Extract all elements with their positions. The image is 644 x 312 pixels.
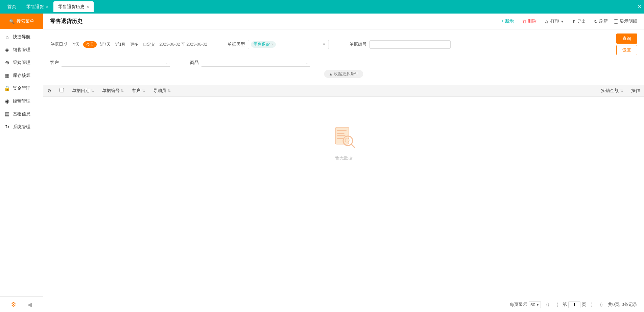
settings-col-icon[interactable]: ⚙ xyxy=(47,88,51,93)
sidebar-item-sales-mgmt[interactable]: ◈ 销售管理 xyxy=(0,43,43,56)
delete-button[interactable]: 🗑 删除 xyxy=(520,17,539,26)
page-input[interactable] xyxy=(568,301,580,308)
page-last-button[interactable]: ⟩⟩ xyxy=(597,300,605,309)
top-bar: 首页 零售退货 × 零售退货历史 × × xyxy=(0,0,644,14)
tab-home[interactable]: 首页 xyxy=(3,1,21,12)
page-size-select: 每页显示 50 ▼ xyxy=(510,301,541,308)
svg-rect-1 xyxy=(337,130,347,131)
voucher-input[interactable] xyxy=(369,40,451,49)
col-actions-label: 操作 xyxy=(631,88,640,93)
col-amount-sort-icon[interactable]: ⇅ xyxy=(620,89,623,93)
query-button[interactable]: 查询 xyxy=(616,34,637,44)
goods-filter-label: 商品 xyxy=(190,60,199,66)
refresh-button-label: 刷新 xyxy=(599,18,608,24)
type-select-arrow: ▼ xyxy=(322,42,326,46)
export-icon: ⬆ xyxy=(572,19,576,24)
sidebar-item-quick-nav[interactable]: ⌂ 快捷导航 xyxy=(0,30,43,43)
type-filter: 单据类型 零售退货 × ▼ xyxy=(228,40,329,49)
empty-icon xyxy=(330,124,357,151)
type-tag: 零售退货 × xyxy=(251,41,276,48)
col-guide-label: 导购员 xyxy=(153,88,166,93)
tab-retail-return-history[interactable]: 零售退货历史 × xyxy=(53,1,93,12)
page-size-box[interactable]: 50 ▼ xyxy=(529,301,541,308)
collapse-icon: ▲ xyxy=(329,72,333,76)
page-next-button[interactable]: ⟩ xyxy=(588,300,596,309)
settings-button[interactable]: 设置 xyxy=(616,45,637,55)
date-btn-today[interactable]: 今天 xyxy=(83,41,97,48)
col-voucher-sort-icon[interactable]: ⇅ xyxy=(121,89,124,93)
col-customer-label: 客户 xyxy=(132,88,141,93)
sidebar-item-inventory-label: 库存核算 xyxy=(13,72,30,79)
type-filter-label: 单据类型 xyxy=(228,41,245,47)
delete-button-label: 删除 xyxy=(528,18,536,24)
sidebar-item-sales-mgmt-label: 销售管理 xyxy=(13,47,30,53)
customer-placeholder: ... xyxy=(166,60,170,65)
type-select[interactable]: 零售退货 × ▼ xyxy=(248,40,329,49)
sidebar-item-purchase-mgmt[interactable]: ⊕ 采购管理 xyxy=(0,56,43,69)
sidebar: 🔍 搜索菜单 ⌂ 快捷导航 ◈ 销售管理 ⊕ 采购管理 ▦ 库存核算 🔒 资金 xyxy=(0,14,43,312)
col-amount-header: 实销金额 ⇅ xyxy=(597,85,627,97)
col-guide-sort-icon[interactable]: ⇅ xyxy=(168,89,171,93)
table-head: ⚙ 单据日期 ⇅ 单据编号 ⇅ xyxy=(43,85,644,97)
col-customer-sort-icon[interactable]: ⇅ xyxy=(142,89,145,93)
col-guide-header: 导购员 ⇅ xyxy=(149,85,175,97)
date-btn-yesterday[interactable]: 昨天 xyxy=(70,41,81,48)
new-button[interactable]: + 新增 xyxy=(499,17,516,26)
customer-filter: 客户 ... xyxy=(50,59,170,67)
sidebar-search[interactable]: 🔍 搜索菜单 xyxy=(0,14,43,29)
select-all-checkbox[interactable] xyxy=(59,88,64,92)
print-button[interactable]: 🖨 打印 ▼ xyxy=(543,17,566,26)
col-voucher-header: 单据编号 ⇅ xyxy=(98,85,128,97)
date-btn-7days[interactable]: 近7天 xyxy=(99,41,112,48)
collapse-sidebar-icon[interactable]: ◀ xyxy=(27,301,32,308)
sidebar-item-finance[interactable]: 🔒 资金管理 xyxy=(0,82,43,95)
goods-input[interactable]: ... xyxy=(201,59,310,67)
tab-retail-return-history-close[interactable]: × xyxy=(87,5,89,9)
search-icon: 🔍 xyxy=(9,19,15,24)
tab-retail-return-history-label: 零售退货历史 xyxy=(58,4,85,10)
show-detail-label: 显示明细 xyxy=(620,18,637,24)
page-first-button[interactable]: ⟨⟨ xyxy=(544,300,552,309)
goods-placeholder: ... xyxy=(306,60,310,65)
tab-retail-return-close[interactable]: × xyxy=(46,5,48,9)
export-button[interactable]: ⬆ 导出 xyxy=(570,17,588,26)
col-customer-header: 客户 ⇅ xyxy=(128,85,149,97)
page-prev-button[interactable]: ⟨ xyxy=(553,300,561,309)
page-nav: ⟨⟨ ⟨ 第 页 ⟩ ⟩⟩ xyxy=(544,300,605,309)
per-page-label: 每页显示 xyxy=(510,302,527,308)
show-detail-checkbox[interactable] xyxy=(614,19,618,24)
sidebar-search-label: 搜索菜单 xyxy=(17,18,34,24)
filter-row-1: 单据日期 昨天 今天 近7天 近1月 更多 自定义 2023-06-02 至 2… xyxy=(50,34,637,55)
sidebar-item-inventory[interactable]: ▦ 库存核算 xyxy=(0,69,43,82)
date-btn-custom[interactable]: 自定义 xyxy=(142,41,157,48)
settings-gear-icon[interactable]: ⚙ xyxy=(11,301,16,308)
data-table: ⚙ 单据日期 ⇅ 单据编号 ⇅ xyxy=(43,85,644,97)
collapse-button[interactable]: ▲ 收起更多条件 xyxy=(324,70,363,78)
basic-info-icon: ▤ xyxy=(4,111,10,117)
col-checkbox-header xyxy=(55,85,68,97)
sidebar-item-sys-mgmt[interactable]: ↻ 系统管理 xyxy=(0,120,43,133)
col-date-sort-icon[interactable]: ⇅ xyxy=(91,89,94,93)
page-title: 零售退货历史 xyxy=(50,18,82,25)
sidebar-bottom: ⚙ ◀ xyxy=(0,296,43,312)
svg-rect-3 xyxy=(337,135,345,136)
window-close-button[interactable]: × xyxy=(638,3,641,10)
date-btn-more[interactable]: 更多 xyxy=(129,41,140,48)
date-btn-1month[interactable]: 近1月 xyxy=(114,41,127,48)
show-detail-checkbox-label[interactable]: 显示明细 xyxy=(614,18,637,24)
tab-bar: 首页 零售退货 × 零售退货历史 × xyxy=(3,1,638,12)
svg-line-6 xyxy=(351,144,355,148)
sidebar-item-basic-info[interactable]: ▤ 基础信息 xyxy=(0,108,43,120)
tab-retail-return-label: 零售退货 xyxy=(26,4,44,10)
sidebar-item-operations[interactable]: ◉ 经营管理 xyxy=(0,95,43,108)
page-unit: 页 xyxy=(582,302,586,308)
tab-retail-return[interactable]: 零售退货 × xyxy=(22,1,53,12)
main-layout: 🔍 搜索菜单 ⌂ 快捷导航 ◈ 销售管理 ⊕ 采购管理 ▦ 库存核算 🔒 资金 xyxy=(0,14,644,312)
refresh-button[interactable]: ↻ 刷新 xyxy=(592,17,610,26)
customer-input[interactable]: ... xyxy=(62,59,170,67)
table-content: ⚙ 单据日期 ⇅ 单据编号 ⇅ xyxy=(43,82,644,312)
type-tag-remove[interactable]: × xyxy=(271,42,273,46)
sidebar-item-finance-label: 资金管理 xyxy=(13,85,30,91)
query-settings-area: 查询 设置 xyxy=(616,34,637,55)
svg-rect-2 xyxy=(337,133,344,134)
